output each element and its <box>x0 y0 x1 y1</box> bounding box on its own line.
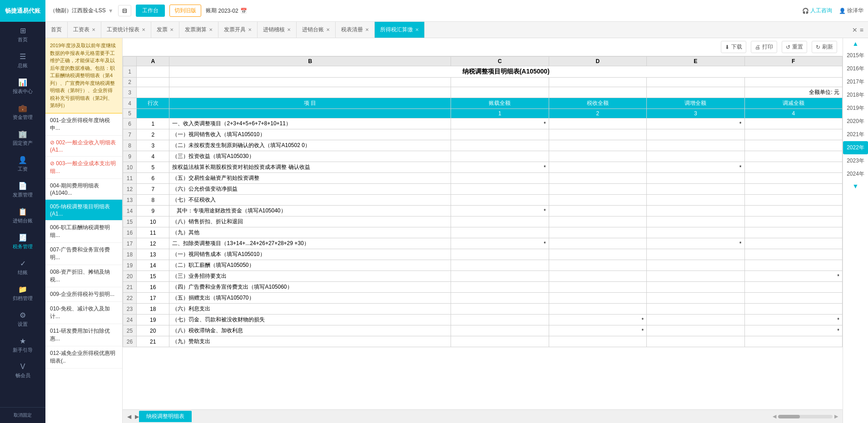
download-icon: ⬇ <box>725 44 729 50</box>
close-tab-invoice-calc[interactable]: ✕ <box>209 27 213 32</box>
year-2021[interactable]: 2021年 <box>843 128 868 141</box>
sidebar-item-tax[interactable]: 🧾 税务管理 <box>0 229 45 255</box>
pin-toggle[interactable]: 取消固定 <box>0 408 45 423</box>
sidebar-label-archive: 归档管理 <box>13 295 33 302</box>
col-header-b: B <box>169 57 451 66</box>
prev-sheet-icon[interactable]: ◀ <box>127 413 131 420</box>
scroll-left-icon[interactable]: ◀ <box>773 413 776 419</box>
fixed-assets-icon: 🏢 <box>18 130 27 138</box>
topbar: （物副）江西股金-LSS ▼ ⊟ 工作台 切到旧版 账期 2023-02 📅 🎧… <box>45 0 868 22</box>
table-row-2: 2 <box>123 78 843 87</box>
scroll-bar[interactable] <box>778 415 833 418</box>
table-row: 26 21 （九）赞助支出 <box>123 336 843 347</box>
menu-item-010[interactable]: 010-免税、减计收入及加计... <box>45 302 122 324</box>
workbench-btn[interactable]: 工作台 <box>136 5 165 17</box>
sidebar-item-assets[interactable]: 💼 资金管理 <box>0 99 45 125</box>
tab-tax-form[interactable]: 税表清册✕ <box>336 22 375 38</box>
topbar-right: 🎧 人工咨询 👤 徐泽华 <box>802 7 863 15</box>
sidebar-item-invoice[interactable]: 📄 发票管理 <box>0 177 45 203</box>
sidebar-item-guide[interactable]: ★ 新手引导 <box>0 332 45 358</box>
more-tabs-icon[interactable]: ≡ <box>860 26 863 34</box>
user-menu[interactable]: 👤 徐泽华 <box>839 7 863 15</box>
year-2016[interactable]: 2016年 <box>843 62 868 75</box>
col-header-dec: 调减全额 <box>744 98 842 109</box>
service-btn[interactable]: 🎧 人工咨询 <box>802 7 832 15</box>
close-tab-ledger[interactable]: ✕ <box>326 27 330 32</box>
company-selector[interactable]: （物副）江西股金-LSS ▼ <box>50 7 114 15</box>
next-sheet-icon[interactable]: ▶ <box>135 413 139 420</box>
report-icon: 📊 <box>18 78 27 87</box>
refresh-btn[interactable]: ↻ 刷新 <box>812 41 837 53</box>
tab-invoice-calc[interactable]: 发票测算✕ <box>179 22 218 38</box>
close-tab-invoice[interactable]: ✕ <box>170 27 174 32</box>
close-tab-payroll[interactable]: ✕ <box>92 27 95 32</box>
download-btn[interactable]: ⬇ 下载 <box>721 41 746 53</box>
tab-invoice-issue[interactable]: 发票开具✕ <box>218 22 258 38</box>
close-tab-tax-form[interactable]: ✕ <box>365 27 369 32</box>
warning-message: 2019年度涉及取以前年度继续数据的申报表单元格需要手工维护正确，才能保证本年及… <box>45 38 122 113</box>
menu-item-004[interactable]: 004-期间费用明细表(A1040... <box>45 179 122 200</box>
tab-audit[interactable]: 进销稽核✕ <box>258 22 297 38</box>
sheet-wrapper: ⬇ 下载 🖨 打印 ↺ 重置 ↻ 刷新 <box>123 38 868 423</box>
headset-icon: 🎧 <box>802 8 809 14</box>
close-all-icon[interactable]: ✕ <box>852 26 858 34</box>
year-scroll-up[interactable]: ▲ <box>843 38 868 49</box>
col-header-line: 行次 <box>137 98 169 109</box>
close-tab-invoice-issue[interactable]: ✕ <box>248 27 252 32</box>
table-row: 19 14 （二）职工薪酬（填写A105050） <box>123 260 843 271</box>
menu-item-002[interactable]: ⊘ 002-一般企业收入明细表(A1... <box>45 136 122 157</box>
year-2022[interactable]: 2022年 <box>843 141 868 154</box>
sidebar-item-payroll[interactable]: 👤 工资 <box>0 151 45 177</box>
tab-home[interactable]: 首页 <box>45 22 68 38</box>
sidebar-item-archive[interactable]: 📁 归档管理 <box>0 280 45 306</box>
menu-item-005[interactable]: 005-纳税调整项目明细表(A1... <box>45 200 122 221</box>
scroll-right-icon[interactable]: ▶ <box>834 413 838 419</box>
sidebar-item-settlement[interactable]: ✓ 结账 <box>0 255 45 280</box>
print-btn[interactable]: 🖨 打印 <box>751 41 777 53</box>
sidebar-item-member[interactable]: V 畅会员 <box>0 358 45 384</box>
toolbar: ⬇ 下载 🖨 打印 ↺ 重置 ↻ 刷新 <box>123 38 843 56</box>
year-scroll-down[interactable]: ▼ <box>843 181 868 192</box>
menu-item-012[interactable]: 012-减免企业所得税优惠明细表(.. <box>45 346 122 369</box>
year-2020[interactable]: 2020年 <box>843 115 868 128</box>
company-dropdown-icon[interactable]: ▼ <box>108 8 114 14</box>
tab-income-tax[interactable]: 所得税汇算缴✕ <box>375 22 425 38</box>
table-row-sub-header: 5 1 2 3 4 <box>123 109 843 118</box>
year-2015[interactable]: 2015年 <box>843 49 868 62</box>
menu-item-009[interactable]: 009-企业所得税补亏损明... <box>45 287 122 302</box>
sidebar-item-fixed-assets[interactable]: 🏢 固定资产 <box>0 125 45 151</box>
close-tab-payroll-report[interactable]: ✕ <box>142 27 145 32</box>
switch-old-btn[interactable]: 切到旧版 <box>169 5 201 17</box>
menu-item-001[interactable]: 001-企业所得税年度纳税申... <box>45 113 122 136</box>
sidebar-item-purchase[interactable]: 📋 进销台账 <box>0 203 45 229</box>
tab-ledger[interactable]: 进销台账✕ <box>297 22 336 38</box>
sidebar-item-settings[interactable]: ⚙ 设置 <box>0 306 45 332</box>
year-2019[interactable]: 2019年 <box>843 102 868 115</box>
company-settings-btn[interactable]: ⊟ <box>118 5 131 16</box>
sheet-area[interactable]: A B C D E F 1 <box>123 56 843 409</box>
bottom-tab-sheet[interactable]: 纳税调整明细表 <box>139 411 192 422</box>
sidebar-item-home[interactable]: ⊞ 首页 <box>0 22 45 48</box>
tabbar: 首页 工资表✕ 工资统计报表✕ 发票✕ 发票测算✕ 发票开具✕ 进销稽核✕ 进销… <box>45 22 868 38</box>
year-2017[interactable]: 2017年 <box>843 75 868 89</box>
menu-item-007[interactable]: 007-广告费和业务宣传费明... <box>45 243 122 265</box>
menu-item-011[interactable]: 011-研发费用加计扣除优惠... <box>45 324 122 346</box>
table-row: 24 19 （七）罚金、罚款和被没收财物的损失 * * <box>123 315 843 325</box>
calendar-icon[interactable]: 📅 <box>240 8 247 14</box>
sidebar-item-report[interactable]: 📊 报表中心 <box>0 74 45 99</box>
sidebar-item-general-ledger[interactable]: ☰ 总账 <box>0 48 45 74</box>
year-2018[interactable]: 2018年 <box>843 89 868 102</box>
pin-label: 取消固定 <box>14 412 32 418</box>
menu-item-006[interactable]: 006-职工薪酬纳税调整明细... <box>45 221 122 243</box>
year-2024[interactable]: 2024年 <box>843 167 868 181</box>
period-label: 账期 <box>206 7 217 15</box>
menu-item-008[interactable]: 008-资产折旧、摊销及纳税... <box>45 265 122 287</box>
tab-payroll-report[interactable]: 工资统计报表✕ <box>101 22 151 38</box>
tab-payroll[interactable]: 工资表✕ <box>68 22 101 38</box>
close-tab-income-tax[interactable]: ✕ <box>415 27 419 32</box>
menu-item-003[interactable]: ⊘ 003-一般企业成本支出明细... <box>45 157 122 179</box>
year-2023[interactable]: 2023年 <box>843 154 868 167</box>
reset-btn[interactable]: ↺ 重置 <box>782 41 807 53</box>
tab-invoice[interactable]: 发票✕ <box>151 22 179 38</box>
close-tab-audit[interactable]: ✕ <box>287 27 291 32</box>
